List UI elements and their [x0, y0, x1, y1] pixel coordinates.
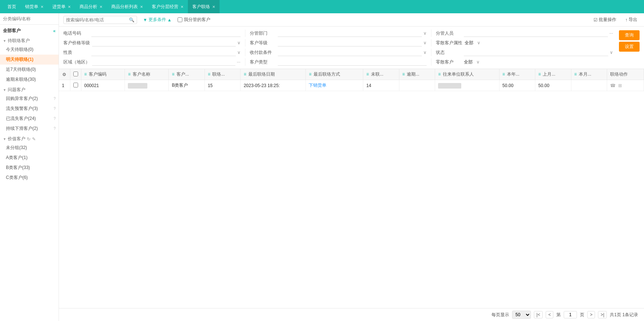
table-container: ⚙ ≡ 客户编码 ≡ 客户名称 [59, 69, 644, 308]
col-name-header[interactable]: ≡ 客户名称 [125, 69, 169, 80]
nav-analysis[interactable]: 商品分析 ✕ [75, 0, 107, 13]
cell-action: ☎ ⊞ [607, 80, 644, 91]
col-contact-header[interactable]: ≡ 联络... [204, 69, 240, 80]
total-records: 共1页 1条记录 [610, 312, 638, 318]
price-level-field: 客户价格等级 ∨ [63, 39, 241, 46]
sidebar-item-class-a[interactable]: A类客户(1) [0, 153, 59, 163]
sidebar-item-churned[interactable]: 已流失客户(24) ? [0, 114, 59, 124]
region-field: 区域（地区） ··· [63, 59, 241, 66]
customer-level-input[interactable] [278, 39, 422, 46]
chevron-down-icon[interactable]: ∨ [423, 50, 427, 55]
settings-button[interactable]: 设置 [619, 42, 640, 52]
chevron-down-icon[interactable]: ∨ [423, 31, 427, 36]
nav-analysis-list[interactable]: 商品分析列表 ✕ [107, 0, 147, 13]
select-all-checkbox[interactable] [73, 72, 78, 76]
per-page-select[interactable]: 50 100 200 [512, 311, 531, 319]
grid-icon[interactable]: ⊞ [618, 83, 622, 88]
top-nav: 首页 销货单 ✕ 进货单 ✕ 商品分析 ✕ 商品分析列表 ✕ 客户分层经营 ✕ … [0, 0, 644, 13]
group-problem-customers[interactable]: 问题客户 [0, 84, 59, 94]
nav-customer-contact[interactable]: 客户联络 ✕ [188, 0, 220, 13]
row-checkbox[interactable] [73, 83, 78, 87]
last-page-btn[interactable]: >| [598, 311, 607, 318]
sidebar-item-overdue[interactable]: 逾期未联络(30) [0, 75, 59, 84]
group-value-customers[interactable]: 价值客户 ↻ ✎ [0, 134, 59, 143]
cell-last-month: 50.00 [535, 80, 571, 91]
chevron-down-icon[interactable]: ∨ [610, 50, 613, 55]
customer-type-input[interactable] [278, 59, 427, 66]
nature-input[interactable] [91, 49, 236, 56]
sidebar-item-abnormal-repurchase[interactable]: 回购异常客户(2) ? [0, 94, 59, 104]
next-page-btn[interactable]: > [587, 311, 595, 318]
nav-customer-tier[interactable]: 客户分层经营 ✕ [147, 0, 188, 13]
page-label: 第 [556, 312, 561, 318]
contact-icon[interactable]: ☎ [610, 83, 616, 88]
col-settings[interactable]: ⚙ [59, 69, 70, 80]
col-type-header[interactable]: ≡ 客户... [169, 69, 204, 80]
chevron-up-icon: ▲ [167, 17, 172, 23]
col-last-month-header[interactable]: ≡ 上月... [535, 69, 571, 80]
more-icon[interactable]: ··· [609, 31, 613, 36]
edit-icon[interactable]: ✎ [32, 137, 36, 142]
region-input[interactable] [92, 59, 235, 66]
all-customers-header[interactable]: 全部客户 « [0, 25, 59, 35]
col-last-way-header[interactable]: ≡ 最后联络方式 [306, 69, 363, 80]
nav-purchase[interactable]: 进货单 ✕ [48, 0, 75, 13]
prev-page-btn[interactable]: < [546, 311, 553, 318]
close-icon[interactable]: ✕ [99, 5, 102, 9]
batch-ops-btn[interactable]: ☑ 批量操作 [591, 15, 619, 24]
sidebar-item-class-c[interactable]: C类客户(6) [0, 173, 59, 183]
cell-no-contact: 14 [363, 80, 399, 91]
price-level-input[interactable] [92, 39, 236, 46]
collapse-icon[interactable]: « [53, 28, 56, 34]
close-icon[interactable]: ✕ [140, 5, 143, 9]
status-input[interactable] [464, 49, 608, 56]
col-no-contact-header[interactable]: ≡ 未联... [363, 69, 399, 80]
sidebar-search-input[interactable] [3, 16, 58, 21]
close-icon[interactable]: ✕ [212, 5, 215, 9]
close-icon[interactable]: ✕ [68, 5, 71, 9]
sidebar-item-ungrouped[interactable]: 未分组(32) [0, 143, 59, 153]
right-actions: ☑ 批量操作 ↑ 导出 [591, 15, 640, 24]
chevron-down-icon[interactable]: ∨ [477, 40, 480, 45]
my-customers-checkbox[interactable] [178, 17, 182, 22]
sidebar-item-class-b[interactable]: B类客户(33) [0, 163, 59, 173]
col-overdue-header[interactable]: ≡ 逾期... [399, 69, 435, 80]
sidebar-item-tomorrow[interactable]: 明天待联络(1) [0, 55, 59, 65]
refresh-icon[interactable]: ↻ [27, 137, 31, 142]
sidebar-item-churn-warning[interactable]: 流失预警客户(3) ? [0, 104, 59, 114]
last-way-link[interactable]: 下销货单 [309, 83, 326, 88]
page-input[interactable] [564, 311, 577, 318]
close-icon[interactable]: ✕ [41, 5, 43, 9]
export-btn[interactable]: ↑ 导出 [623, 15, 640, 24]
more-conditions-btn[interactable]: ▼ 更多条件 ▲ [140, 15, 175, 24]
col-this-month-header[interactable]: ≡ 本月... [571, 69, 607, 80]
sidebar-item-declining[interactable]: 持续下滑客户(2) ? [0, 124, 59, 134]
search-input[interactable] [66, 17, 129, 23]
settings-icon[interactable]: ⚙ [62, 72, 66, 77]
retail-attr-field: 零散客户属性 全部 ∨ [436, 40, 613, 46]
col-last-date-header[interactable]: ≡ 最后联络日期 [241, 69, 306, 80]
first-page-btn[interactable]: |< [534, 311, 543, 318]
help-icon: ? [53, 117, 56, 121]
payment-input[interactable] [278, 49, 422, 56]
dept-input[interactable] [278, 30, 422, 37]
more-icon[interactable]: ··· [237, 59, 241, 65]
col-this-year-header[interactable]: ≡ 本年... [499, 69, 535, 80]
close-icon[interactable]: ✕ [181, 5, 183, 9]
search-icon[interactable]: 🔍 [129, 17, 134, 23]
sidebar-item-today[interactable]: 今天待联络(0) [0, 45, 59, 55]
nav-sales[interactable]: 销货单 ✕ [21, 0, 48, 13]
group-pending-contact[interactable]: 待联络客户 [0, 35, 59, 45]
query-button[interactable]: 查询 [619, 30, 640, 40]
chevron-down-icon[interactable]: ∨ [237, 50, 241, 55]
manager-input[interactable] [464, 30, 608, 37]
col-code-header[interactable]: ≡ 客户编码 [81, 69, 125, 80]
cell-overdue [399, 80, 435, 91]
chevron-down-icon[interactable]: ∨ [476, 59, 480, 65]
col-unit-contact-header[interactable]: ≡ 往来单位联系人 [435, 69, 499, 80]
sidebar-item-7days[interactable]: 近7天待联络(0) [0, 65, 59, 75]
chevron-down-icon[interactable]: ∨ [423, 40, 427, 45]
chevron-down-icon[interactable]: ∨ [237, 40, 241, 45]
nav-home[interactable]: 首页 [3, 0, 21, 13]
phone-input[interactable] [91, 30, 241, 37]
